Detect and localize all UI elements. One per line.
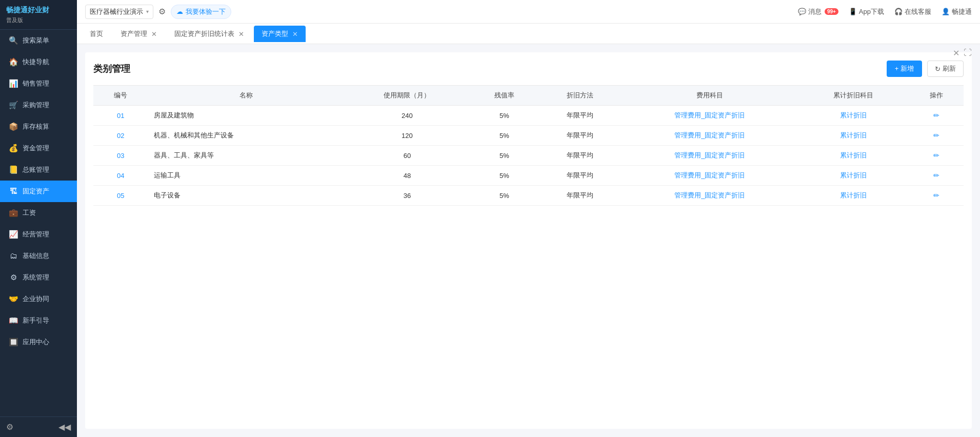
collapse-icon[interactable]: ◀◀ xyxy=(58,422,71,432)
sidebar-logo: 畅捷通好业财 普及版 xyxy=(0,0,77,30)
col-header: 名称 xyxy=(148,86,344,106)
cell-method: 年限平均 xyxy=(538,166,622,186)
window-controls: ✕ ⛶ xyxy=(953,48,972,58)
sidebar-label-operations: 经营管理 xyxy=(23,230,49,239)
sidebar-item-appcenter[interactable]: 🔲 应用中心 xyxy=(0,331,77,353)
user-label: 畅捷通 xyxy=(952,7,972,16)
cell-code[interactable]: 05 xyxy=(93,186,148,206)
sidebar-icon-search: 🔍 xyxy=(8,35,18,46)
close-window-icon[interactable]: ✕ xyxy=(953,48,959,58)
cell-expense[interactable]: 管理费用_固定资产折旧 xyxy=(622,126,797,146)
cell-period: 60 xyxy=(345,146,470,166)
tab-close-asset-type[interactable]: ✕ xyxy=(292,30,298,38)
experience-button[interactable]: ☁ 我要体验一下 xyxy=(171,5,231,19)
cell-code[interactable]: 04 xyxy=(93,166,148,186)
sidebar-icon-funds: 💰 xyxy=(8,143,18,153)
sidebar-item-search[interactable]: 🔍 搜索菜单 xyxy=(0,30,77,51)
cell-residual: 5% xyxy=(470,166,538,186)
sidebar-item-basicinfo[interactable]: 🗂 基础信息 xyxy=(0,245,77,267)
page-container: 类别管理 + 新增 ↻ 刷新 编号名称使用期限（月）残值率折旧方法费用科目累计折… xyxy=(85,52,972,429)
cell-expense[interactable]: 管理费用_固定资产折旧 xyxy=(622,146,797,166)
col-header: 编号 xyxy=(93,86,148,106)
app-logo-subtitle: 普及版 xyxy=(6,16,23,24)
app-selector[interactable]: 医疗器械行业演示 ▾ xyxy=(85,5,153,19)
sidebar-item-fixedassets[interactable]: 🏗 固定资产 xyxy=(0,181,77,202)
tab-close-depreciation-table[interactable]: ✕ xyxy=(238,30,244,38)
sidebar-icon-sales: 📊 xyxy=(8,78,18,89)
app-selector-label: 医疗器械行业演示 xyxy=(90,7,143,16)
edit-icon[interactable]: ✏ xyxy=(933,171,939,180)
cell-name: 电子设备 xyxy=(148,186,344,206)
edit-icon[interactable]: ✏ xyxy=(933,151,939,160)
sidebar-label-quicknav: 快捷导航 xyxy=(23,57,49,67)
customer-service-item[interactable]: 🎧 在线客服 xyxy=(894,7,931,16)
sidebar-icon-wages: 💼 xyxy=(8,208,18,218)
sidebar-icon-guide: 📖 xyxy=(8,315,18,326)
cloud-icon: ☁ xyxy=(176,8,183,15)
sidebar-icon-purchase: 🛒 xyxy=(8,100,18,110)
sidebar-icon-cooperation: 🤝 xyxy=(8,294,18,304)
tab-asset-type[interactable]: 资产类型✕ xyxy=(254,26,306,42)
cell-accumulated[interactable]: 累计折旧 xyxy=(797,166,909,186)
tab-asset-mgmt[interactable]: 资产管理✕ xyxy=(113,26,165,42)
sidebar-item-ledger[interactable]: 📒 总账管理 xyxy=(0,159,77,181)
cell-expense[interactable]: 管理费用_固定资产折旧 xyxy=(622,166,797,186)
sidebar-item-system[interactable]: ⚙ 系统管理 xyxy=(0,267,77,288)
page-actions: + 新增 ↻ 刷新 xyxy=(887,61,964,77)
sidebar-item-guide[interactable]: 📖 新手引导 xyxy=(0,310,77,331)
sidebar-item-quicknav[interactable]: 🏠 快捷导航 xyxy=(0,51,77,73)
sidebar-item-wages[interactable]: 💼 工资 xyxy=(0,202,77,224)
sidebar-item-cooperation[interactable]: 🤝 企业协同 xyxy=(0,288,77,310)
cell-accumulated[interactable]: 累计折旧 xyxy=(797,146,909,166)
cell-accumulated[interactable]: 累计折旧 xyxy=(797,126,909,146)
refresh-button[interactable]: ↻ 刷新 xyxy=(927,61,964,77)
cell-residual: 5% xyxy=(470,106,538,126)
sidebar-label-sales: 销售管理 xyxy=(23,79,49,88)
sidebar-label-purchase: 采购管理 xyxy=(23,101,49,110)
sidebar-item-inventory[interactable]: 📦 库存核算 xyxy=(0,116,77,137)
tab-close-asset-mgmt[interactable]: ✕ xyxy=(151,30,157,38)
cell-accumulated[interactable]: 累计折旧 xyxy=(797,186,909,206)
sidebar-item-purchase[interactable]: 🛒 采购管理 xyxy=(0,94,77,116)
tab-label-asset-mgmt: 资产管理 xyxy=(121,29,147,38)
cell-method: 年限平均 xyxy=(538,146,622,166)
page-header: 类别管理 + 新增 ↻ 刷新 xyxy=(93,61,964,77)
gear-icon[interactable]: ⚙ xyxy=(158,7,166,16)
col-header: 累计折旧科目 xyxy=(797,86,909,106)
refresh-icon: ↻ xyxy=(935,65,941,73)
cell-accumulated[interactable]: 累计折旧 xyxy=(797,106,909,126)
cell-code[interactable]: 02 xyxy=(93,126,148,146)
app-download-label: App下载 xyxy=(859,7,884,16)
message-item[interactable]: 💬 消息 99+ xyxy=(798,7,838,16)
edit-icon[interactable]: ✏ xyxy=(933,131,939,140)
tab-home[interactable]: 首页 xyxy=(82,26,111,42)
page-title: 类别管理 xyxy=(93,63,130,75)
new-button[interactable]: + 新增 xyxy=(887,61,922,77)
app-download-item[interactable]: 📱 App下载 xyxy=(849,7,884,16)
sidebar-item-operations[interactable]: 📈 经营管理 xyxy=(0,224,77,245)
maximize-window-icon[interactable]: ⛶ xyxy=(964,48,972,58)
phone-icon: 📱 xyxy=(849,8,857,15)
cell-residual: 5% xyxy=(470,146,538,166)
edit-icon[interactable]: ✏ xyxy=(933,111,939,120)
sidebar-label-funds: 资金管理 xyxy=(23,144,49,153)
sidebar-label-basicinfo: 基础信息 xyxy=(23,251,49,261)
cell-code[interactable]: 03 xyxy=(93,146,148,166)
col-header: 残值率 xyxy=(470,86,538,106)
sidebar-item-funds[interactable]: 💰 资金管理 xyxy=(0,137,77,159)
sidebar-label-guide: 新手引导 xyxy=(23,316,49,325)
sidebar-item-sales[interactable]: 📊 销售管理 xyxy=(0,73,77,94)
edit-icon[interactable]: ✏ xyxy=(933,191,939,200)
cell-expense[interactable]: 管理费用_固定资产折旧 xyxy=(622,106,797,126)
tab-depreciation-table[interactable]: 固定资产折旧统计表✕ xyxy=(167,26,252,42)
settings-icon[interactable]: ⚙ xyxy=(6,422,13,432)
cell-expense[interactable]: 管理费用_固定资产折旧 xyxy=(622,186,797,206)
sidebar-icon-ledger: 📒 xyxy=(8,165,18,175)
cell-action: ✏ xyxy=(909,106,964,126)
table-row: 02 机器、机械和其他生产设备 120 5% 年限平均 管理费用_固定资产折旧 … xyxy=(93,126,964,146)
user-item[interactable]: 👤 畅捷通 xyxy=(942,7,972,16)
cell-action: ✏ xyxy=(909,146,964,166)
cell-code[interactable]: 01 xyxy=(93,106,148,126)
table-row: 03 器具、工具、家具等 60 5% 年限平均 管理费用_固定资产折旧 累计折旧… xyxy=(93,146,964,166)
cell-action: ✏ xyxy=(909,126,964,146)
